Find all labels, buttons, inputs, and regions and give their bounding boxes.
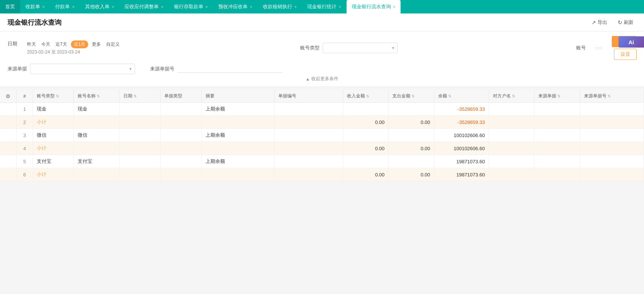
row-balance: 100102606.60 <box>434 129 489 142</box>
row-expense: 0.00 <box>389 116 434 129</box>
row-date <box>119 155 160 168</box>
nav-receipt-close[interactable]: × <box>42 0 45 13</box>
row-src-doc <box>534 129 580 142</box>
col-settings[interactable]: ⚙ <box>0 90 17 103</box>
row-idx: 3 <box>17 129 33 142</box>
nav-adjustment-label: 应收应付调整单 <box>125 0 159 13</box>
sort-balance-icon: ⇅ <box>448 94 451 98</box>
table-row: 5 支付宝 支付宝 上期余额 19871073.60 <box>0 155 644 168</box>
nav-item-bank[interactable]: 银行存取款单 × <box>169 0 213 13</box>
export-button[interactable]: ↗ 导出 <box>588 18 610 27</box>
nav-bank-close[interactable]: × <box>206 0 208 13</box>
col-balance[interactable]: 余额⇅ <box>434 90 489 103</box>
nav-advance-label: 预收冲应收单 <box>218 0 248 13</box>
collapse-bar[interactable]: ▲ 收起更多条件 <box>8 74 636 82</box>
row-date <box>119 142 160 155</box>
nav-bar: 首页 收款单 × 付款单 × 其他收入单 × 应收应付调整单 × 银行存取款单 … <box>0 0 644 13</box>
nav-item-stats[interactable]: 现金银行统计 × <box>302 0 346 13</box>
col-idx: # <box>17 90 33 103</box>
ai-badge[interactable]: Ai <box>618 36 644 48</box>
account-label: 账号 <box>576 45 591 51</box>
nav-payment-label: 付款单 <box>55 0 70 13</box>
source-doc-no-input[interactable] <box>177 66 282 73</box>
date-btn-today[interactable]: 今天 <box>40 40 52 48</box>
row-acct-name <box>74 142 120 155</box>
settings-button[interactable]: 设置 <box>614 49 636 60</box>
row-src-doc <box>534 155 580 168</box>
nav-item-other-income[interactable]: 其他收入单 × <box>80 0 119 13</box>
row-acct-type: 小计 <box>33 168 74 181</box>
export-icon: ↗ <box>591 19 596 25</box>
nav-payment-close[interactable]: × <box>72 0 74 13</box>
row-summary: 上期余额 <box>201 155 275 168</box>
date-btn-yesterday[interactable]: 昨天 <box>26 40 38 48</box>
row-acct-name: 微信 <box>74 129 120 142</box>
nav-other-income-close[interactable]: × <box>112 0 114 13</box>
date-btn-1month[interactable]: 近1月 <box>71 40 89 48</box>
row-expense: 0.00 <box>389 142 434 155</box>
page-title: 现金银行流水查询 <box>8 18 62 27</box>
row-doc-type <box>161 142 201 155</box>
nav-item-payment[interactable]: 付款单 × <box>50 0 80 13</box>
row-acct-name: 现金 <box>74 103 120 116</box>
col-date[interactable]: 日期⇅ <box>119 90 160 103</box>
data-table: ⚙ # 账号类型⇅ 账号名称⇅ 日期⇅ 单据类型 摘要 单据编号 收入金额⇅ <box>0 90 644 181</box>
row-income <box>343 155 389 168</box>
row-counterpart <box>489 155 534 168</box>
row-balance: 19871073.60 <box>434 155 489 168</box>
refresh-icon: ↻ <box>618 19 622 25</box>
col-src-doc-no[interactable]: 来源单据号⇅ <box>580 90 644 103</box>
date-btn-custom[interactable]: 自定义 <box>105 40 121 48</box>
nav-bank-label: 银行存取款单 <box>174 0 203 13</box>
nav-adjustment-close[interactable]: × <box>161 0 163 13</box>
nav-item-verification[interactable]: 收款核销执行 × <box>258 0 302 13</box>
account-type-select[interactable]: ▾ <box>323 43 398 53</box>
col-counterpart[interactable]: 对方户名⇅ <box>489 90 534 103</box>
account-dots-button[interactable]: ··· <box>594 45 604 51</box>
collapse-label: 收起更多条件 <box>311 76 338 82</box>
nav-item-home[interactable]: 首页 <box>0 0 20 13</box>
row-counterpart <box>489 129 534 142</box>
col-acct-type[interactable]: 账号类型⇅ <box>33 90 74 103</box>
nav-item-advance[interactable]: 预收冲应收单 × <box>213 0 257 13</box>
nav-item-adjustment[interactable]: 应收应付调整单 × <box>119 0 168 13</box>
source-doc-select[interactable]: ▾ <box>30 64 135 74</box>
nav-item-receipt[interactable]: 收款单 × <box>20 0 50 13</box>
row-settings <box>0 155 17 168</box>
row-acct-type: 现金 <box>33 103 74 116</box>
gear-icon[interactable]: ⚙ <box>6 93 11 99</box>
date-btn-more[interactable]: 更多 <box>90 40 102 48</box>
row-summary: 上期余额 <box>201 129 275 142</box>
nav-stats-close[interactable]: × <box>339 0 341 13</box>
row-src-doc-no <box>580 116 644 129</box>
nav-advance-close[interactable]: × <box>250 0 252 13</box>
table-body: 1 现金 现金 上期余额 -3528659.33 2 小计 0.00 0.00 … <box>0 103 644 181</box>
table-row: 2 小计 0.00 0.00 -3528659.33 <box>0 116 644 129</box>
nav-verification-close[interactable]: × <box>294 0 297 13</box>
nav-flow-close[interactable]: × <box>393 0 395 13</box>
nav-other-income-label: 其他收入单 <box>85 0 110 13</box>
nav-flow-label: 现金银行流水查询 <box>352 0 391 13</box>
col-expense[interactable]: 支出金额⇅ <box>389 90 434 103</box>
row-balance: -3528659.33 <box>434 103 489 116</box>
date-options: 昨天 今天 近7天 近1月 更多 自定义 <box>26 40 121 48</box>
row-idx: 5 <box>17 155 33 168</box>
row-src-doc-no <box>580 168 644 181</box>
refresh-button[interactable]: ↻ 刷新 <box>615 18 636 27</box>
row-income <box>343 103 389 116</box>
col-acct-name[interactable]: 账号名称⇅ <box>74 90 120 103</box>
col-income[interactable]: 收入金额⇅ <box>343 90 389 103</box>
row-src-doc-no <box>580 155 644 168</box>
nav-item-flow[interactable]: 现金银行流水查询 × <box>347 0 401 13</box>
row-idx: 4 <box>17 142 33 155</box>
row-date <box>119 129 160 142</box>
col-src-doc[interactable]: 来源单据⇅ <box>534 90 580 103</box>
date-btn-7days[interactable]: 近7天 <box>54 40 69 48</box>
nav-receipt-label: 收款单 <box>26 0 40 13</box>
row-doc-no <box>275 168 343 181</box>
row-income: 0.00 <box>343 142 389 155</box>
sort-acct-name-icon: ⇅ <box>97 94 100 98</box>
row-doc-type <box>161 129 201 142</box>
row-date <box>119 116 160 129</box>
row-settings <box>0 168 17 181</box>
